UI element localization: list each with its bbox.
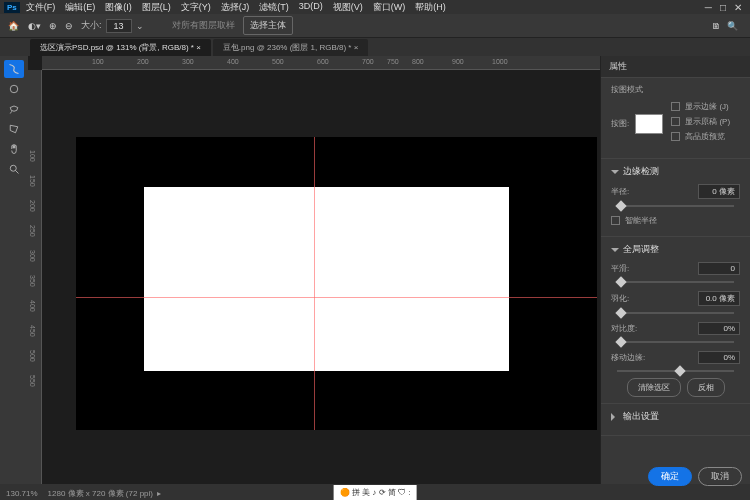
document-canvas[interactable] (76, 137, 597, 430)
ruler-tick: 750 (387, 58, 399, 65)
ruler-tick: 200 (29, 200, 36, 212)
feather-slider[interactable] (617, 312, 734, 314)
cancel-button[interactable]: 取消 (698, 467, 742, 486)
shift-edge-label: 移动边缘: (611, 352, 645, 363)
checkbox-show-edges[interactable] (671, 102, 680, 111)
canvas-area[interactable]: 100 200 300 400 500 600 700 750 800 900 … (28, 56, 600, 484)
menu-help[interactable]: 帮助(H) (415, 1, 446, 14)
edge-detect-section[interactable]: 边缘检测 (611, 165, 740, 178)
clear-selection-button[interactable]: 清除选区 (627, 378, 681, 397)
status-chevron-icon[interactable]: ▸ (157, 489, 161, 498)
tool-hand[interactable] (4, 140, 24, 158)
ruler-tick: 800 (412, 58, 424, 65)
workspace-search-icon[interactable]: 🔍 (727, 21, 738, 31)
sample-all-layers-label: 对所有图层取样 (172, 19, 235, 32)
tool-quick-select[interactable] (4, 60, 24, 78)
panel-title: 属性 (601, 56, 750, 78)
tool-poly-lasso[interactable] (4, 120, 24, 138)
checkbox-smart-radius[interactable] (611, 216, 620, 225)
status-doc-info: 1280 像素 x 720 像素 (72 ppi) (48, 488, 153, 499)
tab-close-icon[interactable]: × (354, 43, 359, 52)
ruler-tick: 100 (92, 58, 104, 65)
brush-sub-sel-icon[interactable]: ⊖ (65, 21, 73, 31)
tab-close-icon[interactable]: × (196, 43, 201, 52)
window-maximize-icon[interactable]: □ (720, 2, 726, 13)
window-minimize-icon[interactable]: ─ (705, 2, 712, 13)
ruler-tick: 300 (182, 58, 194, 65)
ruler-tick: 500 (29, 350, 36, 362)
ruler-tick: 500 (272, 58, 284, 65)
radius-value[interactable]: 0 像素 (698, 184, 740, 199)
menu-3d[interactable]: 3D(D) (299, 1, 323, 14)
ruler-tick: 150 (29, 175, 36, 187)
toolbox (0, 56, 28, 484)
ruler-tick: 400 (227, 58, 239, 65)
menu-filter[interactable]: 滤镜(T) (259, 1, 289, 14)
tool-zoom[interactable] (4, 160, 24, 178)
menu-type[interactable]: 文字(Y) (181, 1, 211, 14)
mask-thumbnail[interactable] (635, 114, 663, 134)
tool-lasso[interactable] (4, 100, 24, 118)
feather-value[interactable]: 0.0 像素 (698, 291, 740, 306)
select-subject-button[interactable]: 选择主体 (243, 16, 293, 35)
size-label: 大小: (81, 19, 102, 32)
home-icon[interactable]: 🏠 (6, 19, 20, 33)
radius-slider[interactable] (617, 205, 734, 207)
menu-window[interactable]: 窗口(W) (373, 1, 406, 14)
shift-edge-value[interactable]: 0% (698, 351, 740, 364)
smooth-value[interactable]: 0 (698, 262, 740, 275)
brush-new-sel-icon[interactable]: ⊕ (49, 21, 57, 31)
app-logo: Ps (4, 2, 20, 13)
radius-label: 半径: (611, 186, 629, 197)
status-zoom[interactable]: 130.71% (6, 489, 38, 498)
tab-doc-1[interactable]: 选区演示PSD.psd @ 131% (背景, RGB/8) * × (30, 39, 211, 56)
ruler-tick: 250 (29, 225, 36, 237)
taskbar-widget[interactable]: 🟠 拼 美 ♪ ⟳ 简 🛡 : (334, 485, 417, 500)
tool-brush-refine[interactable] (4, 80, 24, 98)
ruler-tick: 900 (452, 58, 464, 65)
global-refine-section[interactable]: 全局调整 (611, 243, 740, 256)
contrast-slider[interactable] (617, 341, 734, 343)
menu-image[interactable]: 图像(I) (105, 1, 132, 14)
checkbox-hq-preview[interactable] (671, 132, 680, 141)
svg-point-0 (10, 85, 18, 93)
ruler-tick: 100 (29, 150, 36, 162)
show-edges-label: 显示边缘 (J) (685, 101, 729, 112)
guide-horizontal[interactable] (76, 297, 597, 298)
ruler-tick: 700 (362, 58, 374, 65)
checkbox-show-original[interactable] (671, 117, 680, 126)
menu-bar: 文件(F) 编辑(E) 图像(I) 图层(L) 文字(Y) 选择(J) 滤镜(T… (26, 1, 446, 14)
menu-select[interactable]: 选择(J) (221, 1, 250, 14)
ruler-tick: 600 (317, 58, 329, 65)
size-input[interactable] (106, 19, 132, 33)
smart-radius-label: 智能半径 (625, 215, 657, 226)
ok-button[interactable]: 确定 (648, 467, 692, 486)
guide-vertical[interactable] (314, 137, 315, 430)
menu-view[interactable]: 视图(V) (333, 1, 363, 14)
menu-edit[interactable]: 编辑(E) (65, 1, 95, 14)
menu-layer[interactable]: 图层(L) (142, 1, 171, 14)
properties-panel: 属性 按图模式 按图: 显示边缘 (J) 显示原稿 (P) 高品质预览 边缘检测… (600, 56, 750, 484)
size-chevron-icon[interactable]: ⌄ (136, 21, 144, 31)
show-original-label: 显示原稿 (P) (685, 116, 730, 127)
workspace-doc-icon[interactable]: 🗎 (712, 21, 721, 31)
selection-rect[interactable] (144, 187, 509, 371)
menu-file[interactable]: 文件(F) (26, 1, 56, 14)
ruler-vertical[interactable]: 100 150 200 250 300 350 400 450 500 550 (28, 70, 42, 484)
ruler-horizontal[interactable]: 100 200 300 400 500 600 700 750 800 900 … (42, 56, 600, 70)
feather-label: 羽化: (611, 293, 629, 304)
ruler-tick: 350 (29, 275, 36, 287)
svg-point-1 (10, 165, 16, 171)
contrast-value[interactable]: 0% (698, 322, 740, 335)
tab-doc-2-label: 豆包.png @ 236% (图层 1, RGB/8) * (223, 43, 352, 52)
smooth-slider[interactable] (617, 281, 734, 283)
invert-button[interactable]: 反相 (687, 378, 725, 397)
tab-doc-2[interactable]: 豆包.png @ 236% (图层 1, RGB/8) * × (213, 39, 369, 56)
smooth-label: 平滑: (611, 263, 629, 274)
tool-preset-icon[interactable]: ◐▾ (28, 21, 41, 31)
window-close-icon[interactable]: ✕ (734, 2, 742, 13)
options-bar: 🏠 ◐▾ ⊕ ⊖ 大小: ⌄ 对所有图层取样 选择主体 🗎 🔍 (0, 14, 750, 38)
output-settings-section[interactable]: 输出设置 (611, 410, 740, 423)
shift-edge-slider[interactable] (617, 370, 734, 372)
ruler-tick: 450 (29, 325, 36, 337)
